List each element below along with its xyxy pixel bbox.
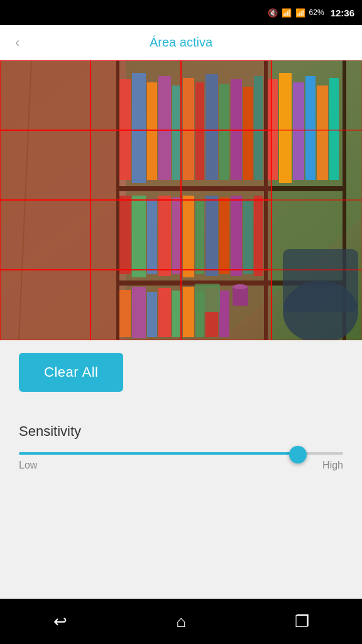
svg-rect-56 [0, 130, 90, 200]
slider-low-label: Low [19, 460, 37, 471]
battery-level: 62% [309, 8, 324, 17]
svg-rect-65 [272, 60, 362, 130]
clear-all-button[interactable]: Clear All [19, 353, 123, 392]
clear-all-section: Clear All [0, 340, 362, 398]
wifi-icon: 📶 [282, 8, 292, 18]
nav-home-button[interactable]: ⌂ [156, 599, 206, 644]
svg-rect-61 [181, 200, 272, 270]
nav-back-icon: ↩ [53, 612, 67, 631]
signal-icon: 📶 [295, 8, 305, 18]
nav-home-icon: ⌂ [176, 612, 186, 631]
nav-recents-icon: ❐ [295, 612, 309, 631]
sensitivity-label: Sensitivity [19, 423, 343, 440]
svg-rect-59 [0, 200, 90, 270]
back-button[interactable]: ‹ [10, 30, 25, 56]
svg-rect-63 [90, 270, 181, 340]
svg-rect-62 [0, 270, 90, 340]
svg-rect-68 [272, 270, 362, 340]
nav-recents-button[interactable]: ❐ [277, 599, 327, 644]
svg-rect-54 [90, 60, 181, 130]
svg-rect-58 [181, 130, 272, 200]
sensitivity-slider[interactable]: Low High [19, 452, 343, 471]
svg-rect-53 [0, 60, 90, 130]
header: ‹ Área activa [0, 25, 362, 60]
nav-back-button[interactable]: ↩ [35, 599, 85, 644]
status-bar: 🔇 📶 📶 62% 12:36 [0, 0, 362, 25]
svg-rect-57 [90, 130, 181, 200]
camera-background [0, 60, 362, 340]
slider-fill [19, 452, 298, 455]
slider-thumb[interactable] [289, 446, 307, 464]
svg-rect-60 [90, 200, 181, 270]
bottom-nav: ↩ ⌂ ❐ [0, 599, 362, 644]
mute-icon: 🔇 [268, 8, 278, 18]
slider-track [19, 452, 343, 455]
svg-rect-67 [272, 200, 362, 270]
camera-view[interactable] [0, 60, 362, 340]
svg-rect-64 [181, 270, 272, 340]
svg-rect-66 [272, 130, 362, 200]
slider-high-label: High [322, 460, 343, 471]
status-time: 12:36 [331, 8, 354, 18]
svg-rect-55 [181, 60, 272, 130]
page-title: Área activa [150, 35, 212, 50]
sensitivity-section: Sensitivity Low High [0, 398, 362, 489]
